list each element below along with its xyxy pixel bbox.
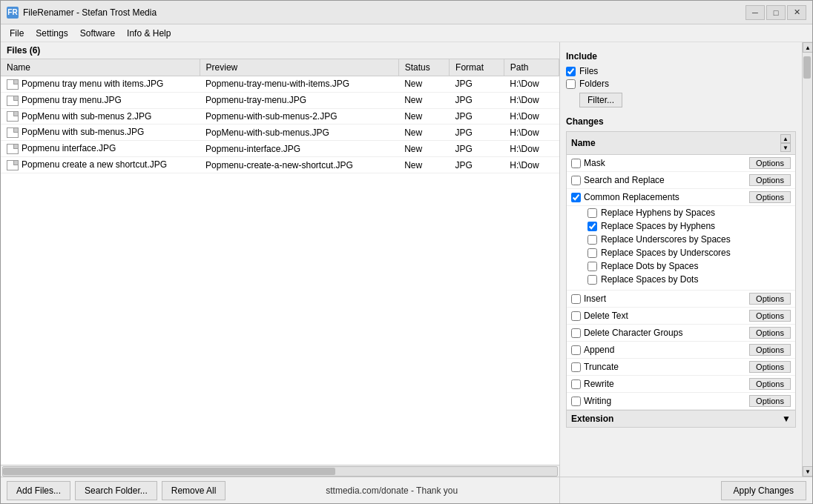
replace-spaces-dots-label: Replace Spaces by Dots xyxy=(601,274,698,285)
menu-info-help[interactable]: Info & Help xyxy=(121,24,177,42)
insert-label: Insert xyxy=(584,294,749,304)
file-icon xyxy=(7,111,19,122)
replace-dots-spaces-checkbox[interactable] xyxy=(587,262,597,271)
cell-status: New xyxy=(398,108,449,125)
table-row[interactable]: PopMenu with sub-menus.JPG PopMenu-with-… xyxy=(1,125,559,141)
replace-dots-by-spaces-row: Replace Dots by Spaces xyxy=(567,259,795,273)
cell-path: H:\Dow xyxy=(504,92,559,108)
right-scrollbar: ▲ ▼ xyxy=(802,42,812,477)
append-checkbox[interactable] xyxy=(571,345,581,355)
file-icon xyxy=(7,79,19,90)
cell-path: H:\Dow xyxy=(504,157,559,173)
replace-spaces-by-hyphens-row: Replace Spaces by Hyphens xyxy=(567,219,795,233)
scroll-down-arrow[interactable]: ▼ xyxy=(780,143,791,152)
col-preview[interactable]: Preview xyxy=(200,59,398,76)
cell-path: H:\Dow xyxy=(504,76,559,93)
writing-options-button[interactable]: Options xyxy=(749,395,791,407)
extension-row[interactable]: Extension ▼ xyxy=(567,410,795,427)
cell-name: Popmenu create a new shortcut.JPG xyxy=(1,157,200,173)
cell-name: Popmenu tray menu.JPG xyxy=(1,92,200,108)
common-replacements-options-button[interactable]: Options xyxy=(749,191,791,203)
scroll-up-arrow[interactable]: ▲ xyxy=(780,134,791,143)
changes-section: Name ▲ ▼ Mask Options xyxy=(566,131,796,428)
folders-label: Folders xyxy=(579,79,609,89)
table-row[interactable]: Popmenu tray menu with items.JPG Popmenu… xyxy=(1,76,559,93)
main-content: Files (6) Name Preview Status Format Pat… xyxy=(1,42,812,503)
mask-row: Mask Options xyxy=(567,155,795,172)
cell-format: JPG xyxy=(450,76,504,93)
search-replace-row: Search and Replace Options xyxy=(567,172,795,189)
search-replace-label: Search and Replace xyxy=(584,175,749,185)
cell-status: New xyxy=(398,125,449,141)
search-replace-options-button[interactable]: Options xyxy=(749,174,791,186)
replace-hyphens-spaces-checkbox[interactable] xyxy=(587,208,597,218)
table-row[interactable]: PopMenu with sub-menus 2.JPG Popmenu-wit… xyxy=(1,108,559,125)
search-folder-button[interactable]: Search Folder... xyxy=(75,481,157,500)
files-label: Files xyxy=(579,66,598,76)
replace-hyphens-by-spaces-row: Replace Hyphens by Spaces xyxy=(567,206,795,219)
maximize-button[interactable]: □ xyxy=(766,5,786,20)
delete-text-checkbox[interactable] xyxy=(571,311,581,321)
table-row[interactable]: Popmenu interface.JPG Popmenu-interface.… xyxy=(1,141,559,157)
scroll-up-button[interactable]: ▲ xyxy=(803,42,812,53)
mask-options-button[interactable]: Options xyxy=(749,157,791,169)
rewrite-options-button[interactable]: Options xyxy=(749,378,791,390)
menu-software[interactable]: Software xyxy=(74,24,121,42)
col-name[interactable]: Name xyxy=(1,59,200,76)
cell-status: New xyxy=(398,92,449,108)
col-status[interactable]: Status xyxy=(398,59,449,76)
insert-row: Insert Options xyxy=(567,291,795,308)
append-options-button[interactable]: Options xyxy=(749,344,791,356)
delete-text-row: Delete Text Options xyxy=(567,308,795,325)
remove-all-button[interactable]: Remove All xyxy=(162,481,226,500)
filter-button[interactable]: Filter... xyxy=(579,93,622,107)
mask-label: Mask xyxy=(584,158,749,168)
table-header-row: Name Preview Status Format Path xyxy=(1,59,559,76)
delete-char-groups-checkbox[interactable] xyxy=(571,328,581,338)
truncate-options-button[interactable]: Options xyxy=(749,361,791,373)
col-format[interactable]: Format xyxy=(450,59,504,76)
col-path[interactable]: Path xyxy=(504,59,559,76)
append-row: Append Options xyxy=(567,342,795,359)
close-button[interactable]: ✕ xyxy=(787,5,806,20)
mask-checkbox[interactable] xyxy=(571,159,581,168)
add-files-button[interactable]: Add Files... xyxy=(7,481,70,500)
apply-changes-button[interactable]: Apply Changes xyxy=(721,481,806,500)
scroll-thumb xyxy=(803,56,811,79)
delete-text-options-button[interactable]: Options xyxy=(749,310,791,322)
insert-options-button[interactable]: Options xyxy=(749,293,791,305)
cell-name: PopMenu with sub-menus 2.JPG xyxy=(1,108,200,125)
cell-preview: Popmenu-with-sub-menus-2.JPG xyxy=(200,108,398,125)
writing-label: Writing xyxy=(584,396,749,406)
table-row[interactable]: Popmenu tray menu.JPG Popmenu-tray-menu.… xyxy=(1,92,559,108)
scroll-down-button[interactable]: ▼ xyxy=(803,466,812,477)
scroll-track[interactable] xyxy=(803,53,812,466)
right-panel: Include Files Folders Filter... xyxy=(560,42,812,503)
replace-underscores-by-spaces-row: Replace Underscores by Spaces xyxy=(567,233,795,246)
replace-spaces-hyphens-checkbox[interactable] xyxy=(587,222,597,231)
delete-text-label: Delete Text xyxy=(584,311,749,321)
title-bar: FR FileRenamer - Stefan Trost Media ─ □ … xyxy=(1,1,812,24)
writing-checkbox[interactable] xyxy=(571,397,581,406)
table-row[interactable]: Popmenu create a new shortcut.JPG Popmen… xyxy=(1,157,559,173)
replace-spaces-underscores-checkbox[interactable] xyxy=(587,248,597,258)
files-header: Files (6) xyxy=(1,42,559,59)
minimize-button[interactable]: ─ xyxy=(745,5,765,20)
folders-checkbox[interactable] xyxy=(566,79,576,89)
insert-checkbox[interactable] xyxy=(571,294,581,304)
replace-spaces-hyphens-label: Replace Spaces by Hyphens xyxy=(601,221,715,231)
truncate-checkbox[interactable] xyxy=(571,362,581,372)
menu-file[interactable]: File xyxy=(4,24,30,42)
cell-status: New xyxy=(398,76,449,93)
common-replacements-checkbox[interactable] xyxy=(571,193,581,202)
search-replace-checkbox[interactable] xyxy=(571,176,581,185)
replace-underscores-spaces-checkbox[interactable] xyxy=(587,235,597,245)
menu-settings[interactable]: Settings xyxy=(30,24,73,42)
delete-char-groups-options-button[interactable]: Options xyxy=(749,327,791,339)
horizontal-scrollbar[interactable] xyxy=(2,466,558,477)
bottom-bar: Add Files... Search Folder... Remove All… xyxy=(1,477,559,503)
replace-spaces-dots-checkbox[interactable] xyxy=(587,275,597,285)
rewrite-checkbox[interactable] xyxy=(571,379,581,389)
delete-char-groups-label: Delete Character Groups xyxy=(584,328,749,338)
files-checkbox[interactable] xyxy=(566,67,576,76)
